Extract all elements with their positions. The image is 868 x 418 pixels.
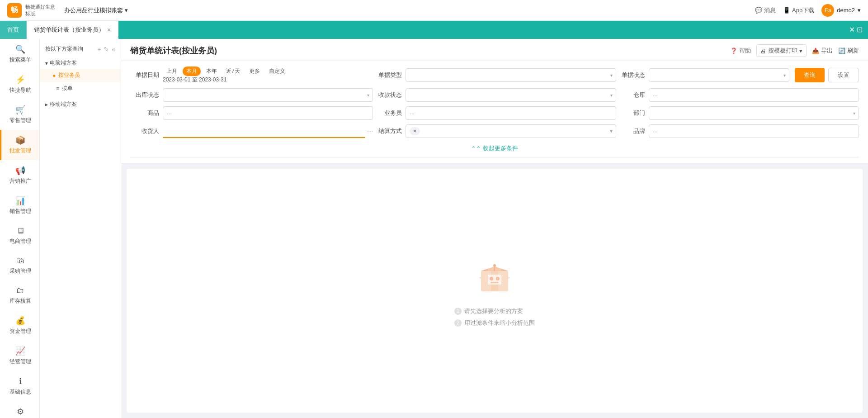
scheme-group-mobile-header[interactable]: ▸ 移动端方案 [40,99,121,110]
sidebar-item-operation[interactable]: 📈 经营管理 [0,341,39,371]
main-content: 销货单统计表(按业务员) ❓ 帮助 🖨 按模板打印 ▾ 📤 导出 [121,39,868,418]
edit-scheme-btn[interactable]: ✎ [104,46,109,53]
warehouse-label: 仓库 [616,91,645,99]
date-tab-last-month[interactable]: 上月 [163,66,181,76]
collapse-btn[interactable]: ⌃⌃ 收起更多条件 [471,141,518,156]
settle-input-wrapper: × [406,124,616,138]
top-bar-left: 畅 畅捷通好生意 标版 办公用品行业模拟账套 ▾ [7,3,132,18]
doc-status-label: 单据状态 [616,71,645,79]
help-btn[interactable]: ❓ 帮助 [730,47,751,55]
settle-tag-close[interactable]: × [413,128,416,134]
tab-sales-stat[interactable]: 销货单统计表（按业务员） × [27,21,118,39]
sidebar-item-system[interactable]: ⚙ 系统管理 [0,401,39,418]
svg-point-6 [490,277,493,280]
top-bar: 畅 畅捷通好生意 标版 办公用品行业模拟账套 ▾ 💬 消息 📱 App下载 Ea… [0,0,868,21]
scheme-item-by-staff[interactable]: ● 按业务员 [40,69,121,82]
date-tab-more[interactable]: 更多 [245,66,264,76]
sidebar-item-ecom[interactable]: 🖥 电商管理 [0,221,39,251]
sidebar-item-purchase[interactable]: 🛍 采购管理 [0,251,39,280]
page-header-actions: ❓ 帮助 🖨 按模板打印 ▾ 📤 导出 🔄 刷新 [730,44,859,57]
tip-num-2: 2 [454,319,462,327]
sidebar-item-sales[interactable]: 📊 销售管理 [0,190,39,221]
message-btn[interactable]: 💬 消息 [755,6,776,14]
tab-bar: 首页 销货单统计表（按业务员） × ✕ ⊡ [0,21,868,39]
chevron-down-icon: ▾ [45,60,48,66]
date-tab-this-year[interactable]: 本年 [203,66,221,76]
page-header: 销货单统计表(按业务员) ❓ 帮助 🖨 按模板打印 ▾ 📤 导出 [121,39,868,61]
active-dot-icon: ● [52,72,56,79]
date-tab-this-month[interactable]: 本月 [183,66,201,76]
filter-cell-dept: 部门 ▾ [616,106,859,120]
sidebar-item-retail[interactable]: 🛒 零售管理 [0,100,39,130]
marketing-icon: 📢 [15,166,25,176]
consignee-input[interactable] [163,124,365,138]
refresh-btn[interactable]: 🔄 刷新 [838,47,859,55]
print-chevron-icon: ▾ [799,48,802,54]
print-btn[interactable]: 🖨 按模板打印 ▾ [756,44,807,57]
sidebar-item-basic[interactable]: ℹ 基础信息 [0,371,39,401]
filter-cell-date: 单据日期 上月 本月 本年 近7天 更多 自定义 2023-03-01 至 20… [130,66,373,84]
empty-tip-2: 2 用过滤条件来缩小分析范围 [454,317,535,329]
filter-cell-consignee: 收货人 ··· [130,124,373,138]
goods-input-wrapper: ··· [163,106,373,120]
user-area[interactable]: Ea demo2 ▾ [821,4,861,17]
svg-point-7 [496,277,500,280]
logo-area: 畅 畅捷通好生意 标版 [7,3,55,18]
avatar: Ea [821,4,834,17]
filter-panel-actions: + ✎ « [97,46,115,53]
sidebar-item-inventory[interactable]: 🗂 库存核算 [0,280,39,310]
add-scheme-btn[interactable]: + [97,46,101,53]
filter-row-1: 单据日期 上月 本月 本年 近7天 更多 自定义 2023-03-01 至 20… [130,66,859,84]
sidebar-item-quick-nav[interactable]: ⚡ 快捷导航 [0,69,39,100]
query-btn[interactable]: 查询 [795,68,825,82]
brand-label: 品牌 [616,127,645,135]
tab-actions: ✕ ⊡ [844,26,868,33]
dept-select[interactable] [649,106,859,120]
settle-label: 结算方式 [373,127,402,135]
tab-home[interactable]: 首页 [0,21,27,39]
tab-restore-btn[interactable]: ⊡ [857,26,863,33]
app-download-btn[interactable]: 📱 App下载 [783,6,814,14]
action-btns-area: 查询 设置 [795,68,859,82]
main-body: 1 请先选择要分析的方案 2 用过滤条件来缩小分析范围 [121,163,868,418]
ecom-icon: 🖥 [16,226,24,236]
wholesale-icon: 📦 [15,135,25,145]
sidebar-item-finance[interactable]: 💰 资金管理 [0,310,39,341]
scheme-group-pc-header[interactable]: ▾ 电脑端方案 [40,57,121,69]
doc-status-select[interactable] [649,68,789,82]
date-range-display: 2023-03-01 至 2023-03-31 [163,76,373,84]
out-status-label: 出库状态 [130,91,159,99]
scheme-sub-item-by-order[interactable]: ≡ 按单 [40,82,121,95]
date-tab-custom[interactable]: 自定义 [265,66,289,76]
filter-cell-staff: 业务员 ··· [373,106,616,120]
date-tab-7days[interactable]: 近7天 [222,66,244,76]
doc-type-select[interactable] [406,68,616,82]
staff-label: 业务员 [373,109,402,117]
sidebar-item-marketing[interactable]: 📢 营销推广 [0,160,39,190]
svg-rect-8 [491,282,499,283]
empty-tips: 1 请先选择要分析的方案 2 用过滤条件来缩小分析范围 [454,305,535,329]
logo-text: 畅捷通好生意 标版 [25,4,55,17]
empty-tip-1: 1 请先选择要分析的方案 [454,305,535,317]
consignee-dots[interactable]: ··· [367,127,373,135]
export-btn[interactable]: 📤 导出 [812,47,833,55]
filter-cell-brand: 品牌 ··· [616,124,859,138]
settings-btn[interactable]: 设置 [828,68,859,82]
collapse-panel-btn[interactable]: « [112,46,115,53]
operation-icon: 📈 [15,346,25,356]
sidebar-item-wholesale[interactable]: 📦 批发管理 [0,130,39,160]
tab-close-icon[interactable]: × [107,27,111,33]
out-status-select[interactable] [163,88,373,102]
sales-icon: 📊 [15,196,25,206]
search-icon: 🔍 [15,44,25,54]
collapse-row: ⌃⌃ 收起更多条件 [130,138,859,157]
sidebar-item-search[interactable]: 🔍 搜索菜单 [0,39,39,69]
pay-status-select[interactable] [406,88,616,102]
svg-point-10 [493,264,496,267]
content-area: 按以下方案查询 + ✎ « ▾ 电脑端方案 ● 按业务员 ≡ 按 [40,39,868,418]
system-icon: ⚙ [17,407,24,417]
account-selector[interactable]: 办公用品行业模拟账套 ▾ [61,5,132,16]
tab-close-window-btn[interactable]: ✕ [849,26,855,33]
logo-icon: 畅 [7,3,22,18]
help-icon: ❓ [730,48,737,54]
